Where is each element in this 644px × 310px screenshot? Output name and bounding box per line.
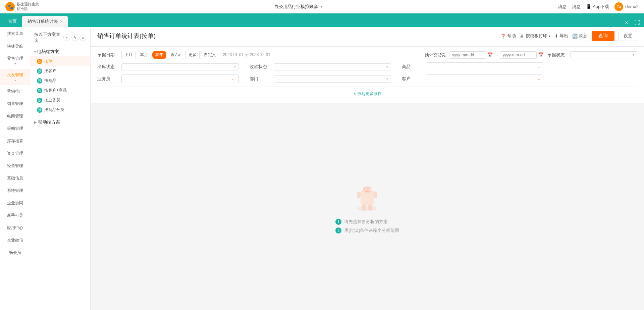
search-menu-btn[interactable]: 搜索菜单	[3, 30, 27, 38]
doc-status-select[interactable]: ▾	[570, 51, 637, 58]
sidebar-item-ecommerce[interactable]: 电商管理	[0, 110, 30, 122]
custom-btn[interactable]: 自定义	[201, 51, 219, 59]
expected-date-start-input[interactable]	[449, 51, 486, 59]
calendar-start-icon[interactable]: 📅	[487, 52, 493, 57]
customer-select[interactable]: ···	[426, 74, 543, 83]
sidebar-item-member[interactable]: 畅会员	[0, 247, 30, 259]
tree-parent-mobile[interactable]: ▶ 移动端方案	[30, 117, 90, 127]
this-year-btn[interactable]: 本年	[152, 51, 166, 59]
edit-scheme-btn[interactable]: ✎	[71, 34, 78, 41]
sidebar-item-retail[interactable]: 零售管理 ▾	[0, 52, 30, 69]
tree-child-by-cust-prod[interactable]: 按 按客户+商品	[30, 86, 90, 95]
topbar-right: 消息 消息 📱 App下载 Ea demo2	[558, 2, 639, 11]
tree-child-by-order[interactable]: 按 按单	[30, 56, 90, 66]
refresh-icon: 🔄	[572, 34, 578, 39]
sidebar-item-sales[interactable]: 销售管理	[0, 98, 30, 110]
sidebar-item-system[interactable]: 系统管理	[0, 185, 30, 197]
sidebar-item-purchase[interactable]: 采购管理	[0, 122, 30, 135]
tree-child-by-staff[interactable]: 按 按业务员	[30, 95, 90, 105]
date-range-text: 2023-01-01 至 2023-12-31	[223, 52, 270, 58]
collapse-btn[interactable]: ∧ 收起更多条件	[351, 89, 384, 99]
dept-select[interactable]: ▾	[274, 75, 391, 83]
template-print-btn[interactable]: 🖨 按模板打印 ▾	[520, 33, 550, 39]
sidebar-item-basic[interactable]: 基础信息	[0, 172, 30, 185]
minimize-icon[interactable]: ×	[623, 19, 631, 27]
sidebar-item-finance[interactable]: 资金管理	[0, 147, 30, 160]
help-btn[interactable]: ❓ 帮助	[500, 33, 516, 39]
this-month-btn[interactable]: 本月	[137, 51, 151, 59]
last-month-btn[interactable]: 上月	[121, 51, 136, 59]
tree-section-desktop: ▾ 电脑端方案 按 按单 按 按客户 按 按商品 按 按客户+商品	[30, 46, 90, 116]
settings-btn[interactable]: 设置	[619, 31, 637, 41]
by-cust-prod-label: 按客户+商品	[44, 88, 67, 93]
doc-status-arrow-icon: ▾	[633, 53, 634, 57]
tree-parent-desktop[interactable]: ▾ 电脑端方案	[30, 47, 90, 56]
topbar: 🐾 畅捷通好生意 标准版 办公用品行业模拟账套 ▾ 消息 消息 📱 App下载 …	[0, 0, 644, 13]
tab-home[interactable]: 首页	[3, 16, 22, 27]
sidebar-item-appstore[interactable]: 应用中心	[0, 222, 30, 234]
expected-date-section: 预计交货期 📅 — 📅	[274, 51, 543, 59]
product-dots-icon[interactable]: ···	[536, 64, 540, 69]
user-area[interactable]: Ea demo2	[614, 2, 639, 11]
page-header: 销售订单统计表(按单) ❓ 帮助 🖨 按模板打印 ▾ ⬇	[91, 27, 644, 47]
tip-text-2: 用[过滤]条件来缩小分析范围	[344, 227, 399, 234]
logo-area: 🐾 畅捷通好生意 标准版	[5, 2, 39, 11]
logo-icon: 🐾	[5, 2, 15, 11]
more-btn[interactable]: 更多	[185, 51, 200, 59]
tree-child-by-product[interactable]: 按 按商品	[30, 76, 90, 86]
by-customer-icon: 按	[37, 68, 42, 74]
avatar: Ea	[614, 2, 623, 11]
empty-tips: 1 请先选择要分析的方案 2 用[过滤]条件来缩小分析范围	[335, 219, 399, 234]
refresh-btn[interactable]: 🔄 刷新	[572, 33, 588, 39]
last7-btn[interactable]: 近7天	[168, 51, 184, 59]
collapse-up-icon: ∧	[353, 92, 356, 96]
page-title: 销售订单统计表(按单)	[97, 32, 156, 40]
tree-section-mobile: ▶ 移动端方案	[30, 116, 90, 128]
by-category-icon: 按	[37, 107, 42, 113]
tip-num-1: 1	[335, 219, 341, 225]
tree-child-by-category[interactable]: 按 按商品分类	[30, 105, 90, 115]
payment-status-select[interactable]: ▾	[274, 63, 391, 70]
sidebar-item-newbie[interactable]: 新手引导	[0, 209, 30, 222]
tree-child-by-customer[interactable]: 按 按客户	[30, 66, 90, 76]
maximize-icon[interactable]: ⛶	[633, 19, 641, 27]
messages-btn[interactable]: 消息	[558, 4, 567, 10]
product-select[interactable]: ···	[426, 62, 543, 71]
doc-status-section: 单据状态 ▾	[547, 51, 637, 58]
salesperson-select[interactable]: ···	[121, 74, 239, 83]
delivery-status-select[interactable]: ▾	[121, 63, 239, 70]
print-arrow-icon: ▾	[549, 34, 550, 38]
empty-tip-2: 2 用[过滤]条件来缩小分析范围	[335, 227, 399, 234]
collapse-panel-btn[interactable]: «	[79, 34, 86, 41]
sidebar-quick-nav[interactable]: 快捷导航	[0, 41, 30, 52]
query-btn[interactable]: 查询	[592, 31, 614, 41]
content-area: 按以下方案查询 + ✎ « ▾ 电脑端方案 按 按单 按 按客	[30, 27, 644, 310]
messages-label-text[interactable]: 消息	[572, 4, 581, 10]
sidebar-item-wholesale[interactable]: 批发管理 ▴	[0, 69, 30, 85]
svg-point-6	[369, 189, 370, 190]
tab-active[interactable]: 销售订单统计表 ×	[22, 16, 68, 27]
sidebar-item-operations[interactable]: 经营管理	[0, 160, 30, 172]
tree-expand-icon: ▾	[34, 50, 36, 54]
topbar-arrow-icon[interactable]: ▾	[321, 4, 323, 9]
export-btn[interactable]: ⬇ 导出	[554, 33, 568, 39]
tabbar-right-actions: × ⛶	[623, 19, 641, 27]
left-panel-actions: + ✎ «	[63, 34, 86, 41]
tab-close-icon[interactable]: ×	[60, 19, 62, 24]
by-product-label: 按商品	[44, 78, 56, 84]
dept-arrow-icon: ▾	[386, 77, 388, 81]
app-download-btn[interactable]: 📱 App下载	[586, 4, 609, 10]
sidebar-item-marketing[interactable]: 营销推广	[0, 85, 30, 98]
expected-date-end-input[interactable]	[500, 51, 537, 59]
product-label: 商品	[402, 64, 422, 70]
add-scheme-btn[interactable]: +	[63, 34, 70, 41]
sidebar-item-enterprise[interactable]: 企业协同	[0, 197, 30, 209]
salesperson-dots-icon[interactable]: ···	[232, 76, 236, 82]
sidebar-item-wechat[interactable]: 企业微信	[0, 234, 30, 247]
page-actions: ❓ 帮助 🖨 按模板打印 ▾ ⬇ 导出 🔄	[500, 31, 637, 41]
by-cust-prod-icon: 按	[37, 88, 42, 93]
calendar-end-icon[interactable]: 📅	[538, 52, 543, 57]
customer-dots-icon[interactable]: ···	[536, 76, 540, 82]
sidebar-item-inventory[interactable]: 库存核算	[0, 135, 30, 147]
filter-area: 单据日期 上月 本月 本年 近7天 更多 自定义 2023-01-01 至 20…	[91, 47, 644, 103]
